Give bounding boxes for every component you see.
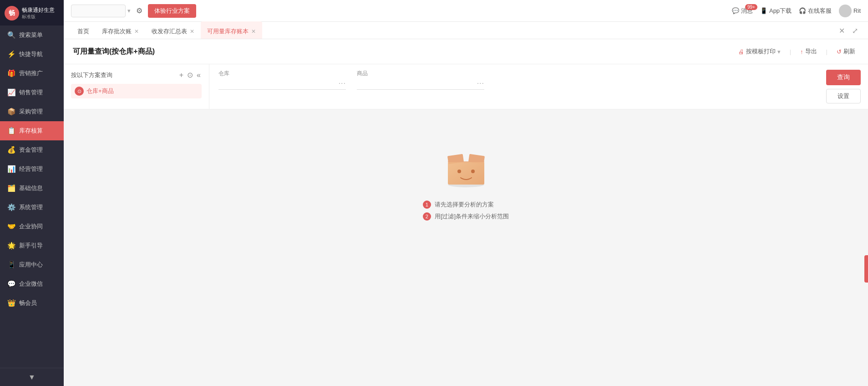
sidebar-item-sales[interactable]: 📈 销售管理 bbox=[0, 83, 64, 102]
close-all-tabs-button[interactable]: ✕ bbox=[836, 25, 848, 36]
dropdown-arrow-icon[interactable]: ▾ bbox=[777, 48, 781, 55]
divider2: | bbox=[826, 48, 827, 55]
refresh-label: 刷新 bbox=[843, 47, 855, 56]
gear-icon: ⚙️ bbox=[7, 203, 15, 211]
right-scroll-handle[interactable] bbox=[864, 255, 868, 283]
message-icon-item[interactable]: 💬 消息 99+ bbox=[732, 7, 753, 15]
query-fields-area: 仓库 ··· 商品 ··· bbox=[209, 64, 819, 109]
scheme-item-warehouse-product[interactable]: ⊙ 仓库+商品 bbox=[71, 84, 202, 98]
product-field: 商品 ··· bbox=[357, 70, 484, 90]
sidebar-item-label: 销售管理 bbox=[19, 88, 43, 97]
tab-home[interactable]: 首页 bbox=[71, 21, 96, 39]
sidebar-item-inventory[interactable]: 📋 库存核算 bbox=[0, 121, 64, 140]
query-schemes-panel: 按以下方案查询 + ⊙ « ⊙ 仓库+商品 bbox=[64, 64, 209, 109]
collapse-scheme-button[interactable]: « bbox=[196, 70, 202, 80]
bar-chart-icon: 📊 bbox=[7, 165, 15, 173]
add-scheme-button[interactable]: + bbox=[178, 70, 184, 80]
empty-box-svg bbox=[439, 137, 493, 191]
sidebar-brand: 畅康通好生意 标准版 bbox=[22, 6, 55, 21]
sidebar-item-label: 企业微信 bbox=[19, 280, 43, 288]
sidebar-item-label: 搜索菜单 bbox=[19, 31, 43, 39]
brand-name: 畅康通好生意 bbox=[22, 6, 55, 14]
tab-available-label: 可用量库存账本 bbox=[207, 27, 249, 36]
brand-sub: 标准版 bbox=[22, 14, 55, 20]
topbar-search-area: ▾ bbox=[71, 5, 131, 17]
refresh-button[interactable]: ↺ 刷新 bbox=[833, 46, 859, 57]
print-button[interactable]: 🖨 按模板打印 ▾ bbox=[735, 46, 784, 57]
sidebar-item-marketing[interactable]: 🎁 营销推广 bbox=[0, 64, 64, 83]
warehouse-dots-button[interactable]: ··· bbox=[339, 79, 346, 87]
tab-batch-close[interactable]: ✕ bbox=[134, 29, 139, 34]
sidebar-item-newbie[interactable]: 🌟 新手引导 bbox=[0, 236, 64, 255]
page-header-actions: 🖨 按模板打印 ▾ | ↑ 导出 | ↺ 刷新 bbox=[735, 46, 859, 57]
product-dots-button[interactable]: ··· bbox=[477, 79, 484, 87]
industry-solution-button[interactable]: 体验行业方案 bbox=[148, 4, 196, 18]
empty-tips: 1 请先选择要分析的方案 2 用[过滤]条件来缩小分析范围 bbox=[423, 201, 509, 221]
scheme-label: 仓库+商品 bbox=[86, 87, 114, 95]
sidebar-item-system[interactable]: ⚙️ 系统管理 bbox=[0, 198, 64, 217]
svg-rect-5 bbox=[448, 162, 484, 185]
expand-button[interactable]: ⤢ bbox=[849, 25, 861, 36]
tip-num-1: 1 bbox=[423, 201, 431, 209]
scroll-down-btn[interactable]: ▼ bbox=[24, 371, 40, 383]
gift-icon: 🎁 bbox=[7, 69, 15, 77]
sidebar-bottom: ▼ bbox=[0, 368, 64, 386]
online-service-label: 在线客服 bbox=[808, 7, 832, 15]
dropdown-chevron-icon[interactable]: ▾ bbox=[127, 7, 131, 14]
sidebar-item-label: 快捷导航 bbox=[19, 50, 43, 58]
sidebar-item-label: 营销推广 bbox=[19, 69, 43, 77]
tab-available-close[interactable]: ✕ bbox=[251, 29, 256, 34]
sidebar-item-finance[interactable]: 💰 资金管理 bbox=[0, 140, 64, 160]
app-download-item[interactable]: 📱 App下载 bbox=[760, 7, 792, 15]
search-icon: 🔍 bbox=[7, 31, 15, 39]
export-button[interactable]: ↑ 导出 bbox=[797, 46, 821, 57]
settings-scheme-button[interactable]: ⊙ bbox=[186, 70, 194, 80]
mobile-icon: 📱 bbox=[7, 261, 15, 269]
tab-summary-label: 收发存汇总表 bbox=[152, 27, 187, 36]
user-avatar-item[interactable]: Rit bbox=[839, 5, 861, 17]
sidebar-item-label: 经营管理 bbox=[19, 165, 43, 173]
sidebar-item-operations[interactable]: 📊 经营管理 bbox=[0, 160, 64, 179]
chart-icon: 📈 bbox=[7, 88, 15, 97]
tab-available[interactable]: 可用量库存账本 ✕ bbox=[201, 21, 262, 39]
tab-batch-label: 库存批次账 bbox=[102, 27, 132, 36]
folder-icon: 🗂️ bbox=[7, 184, 15, 192]
tab-batch[interactable]: 库存批次账 ✕ bbox=[96, 21, 145, 39]
query-area: 按以下方案查询 + ⊙ « ⊙ 仓库+商品 仓库 bbox=[64, 64, 868, 109]
product-input[interactable] bbox=[357, 80, 475, 87]
tab-home-label: 首页 bbox=[77, 27, 89, 36]
empty-tip-1: 1 请先选择要分析的方案 bbox=[423, 201, 509, 209]
print-label: 按模板打印 bbox=[746, 47, 776, 56]
topbar-search-input[interactable] bbox=[71, 5, 126, 17]
mobile-download-icon: 📱 bbox=[760, 7, 767, 14]
sidebar-item-label: 应用中心 bbox=[19, 261, 43, 269]
lightning-icon: ⚡ bbox=[7, 50, 15, 58]
sidebar-item-search[interactable]: 🔍 搜索菜单 bbox=[0, 26, 64, 45]
topbar-gear-icon[interactable]: ⚙ bbox=[134, 5, 144, 17]
sidebar-item-label: 企业协同 bbox=[19, 222, 43, 231]
empty-state: 1 请先选择要分析的方案 2 用[过滤]条件来缩小分析范围 bbox=[64, 109, 868, 248]
sidebar-item-shortcut[interactable]: ⚡ 快捷导航 bbox=[0, 45, 64, 64]
sidebar-item-member[interactable]: 👑 畅会员 bbox=[0, 293, 64, 313]
sidebar-item-appcenter[interactable]: 📱 应用中心 bbox=[0, 255, 64, 274]
user-name: Rit bbox=[853, 7, 861, 14]
sidebar-item-label: 资金管理 bbox=[19, 146, 43, 154]
handshake-icon: 🤝 bbox=[7, 222, 15, 231]
avatar bbox=[839, 5, 852, 17]
page-content: 可用量查询(按仓库+商品) 🖨 按模板打印 ▾ | ↑ 导出 | ↺ 刷新 bbox=[64, 39, 868, 386]
sidebar-item-wechat[interactable]: 💬 企业微信 bbox=[0, 274, 64, 293]
box-icon: 📦 bbox=[7, 108, 15, 116]
settings-button[interactable]: 设置 bbox=[826, 89, 861, 103]
sidebar-item-base[interactable]: 🗂️ 基础信息 bbox=[0, 179, 64, 198]
query-button[interactable]: 查询 bbox=[826, 70, 861, 85]
tab-summary-close[interactable]: ✕ bbox=[190, 29, 194, 34]
query-schemes-header: 按以下方案查询 + ⊙ « bbox=[71, 70, 202, 80]
export-label: 导出 bbox=[805, 47, 817, 56]
tab-summary[interactable]: 收发存汇总表 ✕ bbox=[145, 21, 201, 39]
message-badge: 99+ bbox=[745, 4, 757, 10]
tip-text-1: 请先选择要分析的方案 bbox=[435, 201, 494, 209]
sidebar-item-enterprise[interactable]: 🤝 企业协同 bbox=[0, 217, 64, 236]
warehouse-input[interactable] bbox=[218, 80, 337, 87]
sidebar-item-purchase[interactable]: 📦 采购管理 bbox=[0, 102, 64, 121]
online-service-item[interactable]: 🎧 在线客服 bbox=[799, 7, 832, 15]
